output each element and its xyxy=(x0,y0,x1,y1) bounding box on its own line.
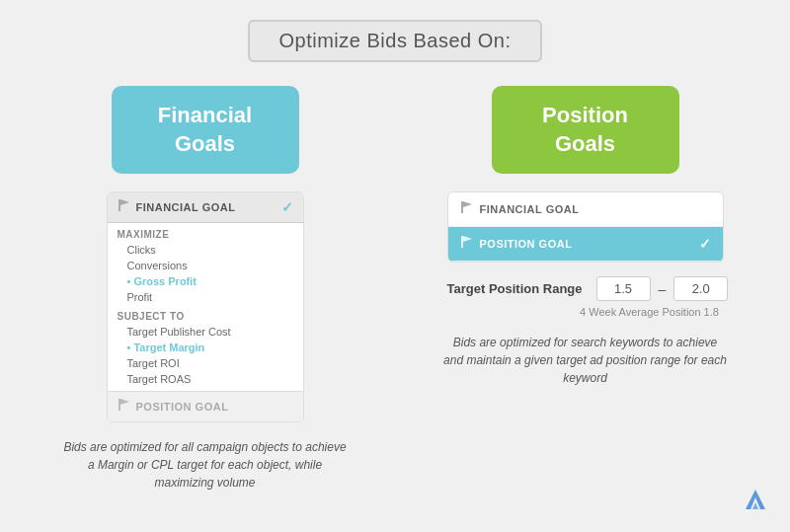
right-column: PositionGoals FINANCIAL GOAL xyxy=(418,86,753,387)
svg-rect-2 xyxy=(118,399,120,411)
svg-marker-7 xyxy=(463,236,472,242)
financial-goals-button[interactable]: FinancialGoals xyxy=(112,86,299,174)
menu-footer-row[interactable]: POSITION GOAL xyxy=(108,391,303,421)
menu-check-icon: ✓ xyxy=(281,199,293,215)
svg-rect-0 xyxy=(118,199,120,211)
position-goals-button[interactable]: PositionGoals xyxy=(492,86,679,174)
position-range-row: Target Position Range – xyxy=(447,276,724,301)
two-columns: FinancialGoals FINANCIAL GOAL ✓ xyxy=(20,86,770,492)
left-column: FinancialGoals FINANCIAL GOAL ✓ xyxy=(38,86,373,492)
svg-marker-3 xyxy=(120,399,129,405)
menu-item-profit[interactable]: Profit xyxy=(108,289,303,305)
right-check-icon: ✓ xyxy=(699,236,711,252)
right-description: Bids are optimized for search keywords t… xyxy=(442,334,729,387)
svg-marker-5 xyxy=(463,201,472,207)
menu-item-target-roas[interactable]: Target ROAS xyxy=(108,371,303,387)
right-menu-box: FINANCIAL GOAL POSITION GOAL ✓ xyxy=(447,191,724,263)
menu-footer-label: POSITION GOAL xyxy=(136,401,229,413)
menu-item-conversions[interactable]: Conversions xyxy=(108,258,303,273)
left-description: Bids are optimized for all campaign obje… xyxy=(62,438,349,492)
svg-rect-6 xyxy=(461,236,463,248)
svg-marker-9 xyxy=(752,502,758,509)
right-flag-icon-financial xyxy=(460,200,474,218)
right-financial-goal-label: FINANCIAL GOAL xyxy=(480,203,711,215)
avg-position-text: 4 Week Average Position 1.8 xyxy=(447,306,724,318)
financial-menu-box: FINANCIAL GOAL ✓ MAXIMIZE Clicks Convers… xyxy=(107,191,304,422)
position-range-from-input[interactable] xyxy=(596,276,651,301)
page-container: Optimize Bids Based On: FinancialGoals xyxy=(0,0,790,532)
menu-item-target-roi[interactable]: Target ROI xyxy=(108,355,303,371)
svg-rect-4 xyxy=(461,201,463,213)
menu-item-target-publisher-cost[interactable]: Target Publisher Cost xyxy=(108,324,303,340)
menu-item-clicks[interactable]: Clicks xyxy=(108,242,303,258)
right-financial-goal-row[interactable]: FINANCIAL GOAL xyxy=(448,192,723,227)
flag-icon xyxy=(118,198,131,216)
menu-header-row: FINANCIAL GOAL ✓ xyxy=(108,192,303,223)
header-box: Optimize Bids Based On: xyxy=(248,20,543,62)
right-flag-icon-position xyxy=(460,235,474,253)
menu-item-target-margin[interactable]: Target Margin xyxy=(108,340,303,355)
position-range-label: Target Position Range xyxy=(447,281,583,296)
logo-mark xyxy=(741,485,770,518)
svg-marker-1 xyxy=(120,199,129,205)
position-range-to-input[interactable] xyxy=(673,276,728,301)
flag-icon-footer xyxy=(118,398,131,416)
subject-to-section-title: SUBJECT TO xyxy=(108,305,303,324)
position-range-section: Target Position Range – 4 Week Average P… xyxy=(447,276,724,318)
menu-header-icon-row: FINANCIAL GOAL xyxy=(118,198,236,216)
right-position-goal-row[interactable]: POSITION GOAL ✓ xyxy=(448,227,723,262)
right-position-goal-label: POSITION GOAL xyxy=(480,238,699,250)
maximize-section-title: MAXIMIZE xyxy=(108,223,303,242)
header-title: Optimize Bids Based On: xyxy=(279,30,512,51)
menu-financial-goal-label: FINANCIAL GOAL xyxy=(136,201,236,213)
position-dash: – xyxy=(659,281,667,297)
menu-item-gross-profit[interactable]: Gross Profit xyxy=(108,273,303,289)
